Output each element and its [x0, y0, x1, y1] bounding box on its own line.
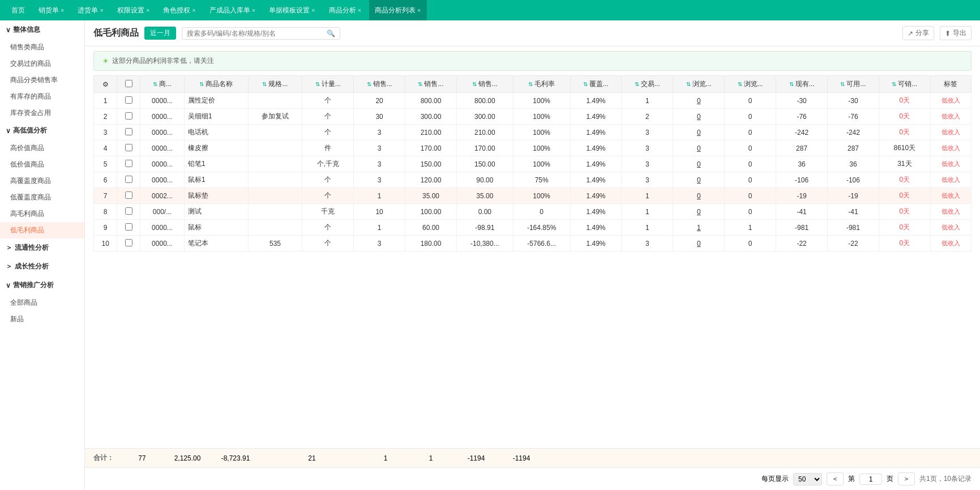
col-available[interactable]: ⇅可用... [828, 76, 879, 93]
export-button[interactable]: ⬆ 导出 [940, 26, 972, 40]
col-sale-amount[interactable]: ⇅销售... [405, 76, 457, 93]
row-checkbox[interactable] [117, 125, 140, 140]
col-settings[interactable]: ⚙ [94, 76, 117, 93]
row-name[interactable]: 笔记本 [184, 236, 248, 252]
row-checkbox[interactable] [117, 188, 140, 204]
col-current-stock[interactable]: ⇅现有... [776, 76, 828, 93]
row-browse1[interactable]: 0 [673, 140, 725, 156]
nav-goods-analysis[interactable]: 商品分析 × [323, 0, 367, 20]
row-select-checkbox[interactable] [125, 223, 132, 231]
nav-purchase-order[interactable]: 进货单 × [72, 0, 109, 20]
row-checkbox[interactable] [117, 140, 140, 156]
col-spec[interactable]: ⇅规格... [248, 76, 302, 93]
row-checkbox[interactable] [117, 220, 140, 236]
sidebar-item-low-margin[interactable]: 低毛利商品 [0, 222, 84, 238]
row-select-checkbox[interactable] [125, 160, 132, 167]
close-icon[interactable]: × [100, 7, 103, 14]
nav-sales-order[interactable]: 销货单 × [33, 0, 70, 20]
nav-role[interactable]: 角色授权 × [157, 0, 201, 20]
col-sale-profit[interactable]: ⇅销售... [456, 76, 513, 93]
col-sale-qty[interactable]: ⇅销售... [354, 76, 405, 93]
nav-permission[interactable]: 权限设置 × [112, 0, 155, 20]
row-name[interactable]: 鼠标1 [184, 172, 248, 188]
sidebar-item-traded-goods[interactable]: 交易过的商品 [0, 56, 84, 72]
row-select-checkbox[interactable] [125, 112, 132, 120]
col-tag[interactable]: 标签 [930, 76, 971, 93]
next-page-button[interactable]: ＞ [898, 472, 915, 485]
sidebar-item-sales-goods[interactable]: 销售类商品 [0, 39, 84, 56]
sidebar-item-stock-capital[interactable]: 库存资金占用 [0, 105, 84, 121]
row-browse1[interactable]: 1 [673, 220, 725, 236]
close-icon[interactable]: × [146, 7, 149, 14]
row-browse1[interactable]: 0 [673, 172, 725, 188]
sidebar-group-value[interactable]: ∨ 高低值分析 [0, 121, 84, 140]
col-name[interactable]: ⇅商品名称 [184, 76, 248, 93]
row-name[interactable]: 鼠标 [184, 220, 248, 236]
row-browse1[interactable]: 0 [673, 93, 725, 109]
sidebar-item-all-goods[interactable]: 全部商品 [0, 295, 84, 311]
nav-template[interactable]: 单据模板设置 × [263, 0, 320, 20]
page-size-select[interactable]: 50 100 200 [793, 473, 822, 485]
close-icon[interactable]: × [417, 7, 421, 14]
close-icon[interactable]: × [358, 7, 361, 14]
row-select-checkbox[interactable] [125, 176, 132, 183]
sidebar-item-high-value[interactable]: 高价值商品 [0, 140, 84, 156]
col-unit[interactable]: ⇅计量... [302, 76, 354, 93]
nav-goods-analysis-list[interactable]: 商品分析列表 × [369, 0, 426, 20]
share-button[interactable]: ↗ 分享 [902, 26, 934, 40]
row-select-checkbox[interactable] [125, 239, 132, 246]
row-name[interactable]: 属性定价 [184, 93, 248, 109]
close-icon[interactable]: × [252, 7, 255, 14]
sidebar-group-flow[interactable]: ＞ 流通性分析 [0, 238, 84, 257]
sidebar-item-low-coverage[interactable]: 低覆盖度商品 [0, 189, 84, 206]
row-name[interactable]: 测试 [184, 204, 248, 220]
sidebar-group-marketing[interactable]: ∨ 营销推广分析 [0, 276, 84, 295]
row-name[interactable]: 吴细细1 [184, 109, 248, 125]
row-browse1[interactable]: 0 [673, 109, 725, 125]
col-transaction[interactable]: ⇅交易... [622, 76, 673, 93]
sidebar-item-category-rate[interactable]: 商品分类销售率 [0, 72, 84, 88]
row-browse1[interactable]: 0 [673, 188, 725, 204]
current-page-input[interactable] [859, 474, 882, 485]
col-checkbox[interactable] [117, 76, 140, 93]
sidebar-item-high-margin[interactable]: 高毛利商品 [0, 206, 84, 222]
search-input[interactable] [187, 29, 324, 37]
col-browse1[interactable]: ⇅浏览... [673, 76, 725, 93]
col-salable[interactable]: ⇅可销... [879, 76, 930, 93]
row-name[interactable]: 鼠标垫 [184, 188, 248, 204]
search-icon[interactable]: 🔍 [327, 29, 335, 37]
date-filter-button[interactable]: 近一月 [144, 27, 176, 40]
sidebar-item-stock-goods[interactable]: 有库存的商品 [0, 88, 84, 105]
col-coverage[interactable]: ⇅覆盖... [570, 76, 622, 93]
row-select-checkbox[interactable] [125, 144, 132, 151]
row-checkbox[interactable] [117, 204, 140, 220]
sidebar-group-growth[interactable]: ＞ 成长性分析 [0, 257, 84, 276]
row-browse1[interactable]: 0 [673, 125, 725, 140]
close-icon[interactable]: × [192, 7, 195, 14]
row-select-checkbox[interactable] [125, 96, 132, 104]
row-name[interactable]: 铅笔1 [184, 156, 248, 172]
nav-product-in[interactable]: 产成品入库单 × [204, 0, 261, 20]
col-gross-margin[interactable]: ⇅毛利率 [513, 76, 570, 93]
prev-page-button[interactable]: ＜ [827, 472, 844, 485]
select-all-checkbox[interactable] [125, 80, 132, 87]
sidebar-item-new-goods[interactable]: 新品 [0, 311, 84, 327]
sidebar-item-high-coverage[interactable]: 高覆盖度商品 [0, 173, 84, 189]
col-browse2[interactable]: ⇅浏览... [725, 76, 776, 93]
row-name[interactable]: 电话机 [184, 125, 248, 140]
sidebar-group-overall[interactable]: ∨ 整体信息 [0, 20, 84, 39]
row-checkbox[interactable] [117, 156, 140, 172]
row-checkbox[interactable] [117, 172, 140, 188]
row-select-checkbox[interactable] [125, 207, 132, 215]
row-checkbox[interactable] [117, 236, 140, 252]
sidebar-item-low-value[interactable]: 低价值商品 [0, 156, 84, 173]
row-name[interactable]: 橡皮擦 [184, 140, 248, 156]
nav-home[interactable]: 首页 [6, 0, 31, 20]
row-select-checkbox[interactable] [125, 191, 132, 199]
row-browse1[interactable]: 0 [673, 236, 725, 252]
row-browse1[interactable]: 0 [673, 204, 725, 220]
close-icon[interactable]: × [61, 7, 64, 14]
close-icon[interactable]: × [311, 7, 315, 14]
row-select-checkbox[interactable] [125, 128, 132, 135]
row-browse1[interactable]: 0 [673, 156, 725, 172]
